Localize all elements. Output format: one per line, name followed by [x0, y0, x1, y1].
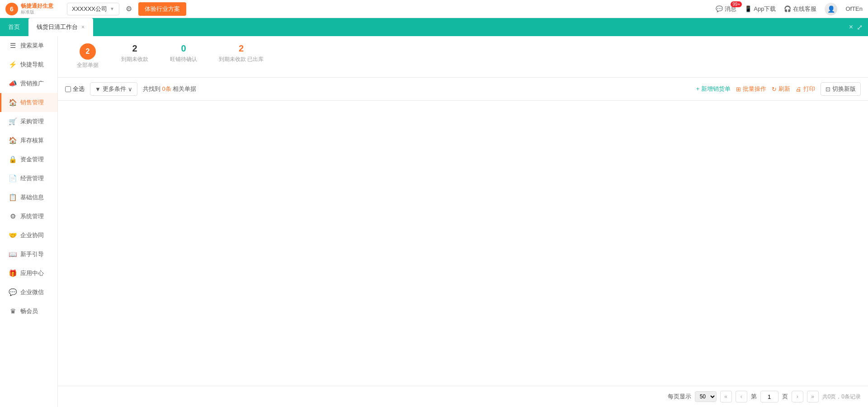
sidebar-item-beginner[interactable]: 📖 新手引导: [0, 245, 57, 264]
message-icon: 💬: [716, 5, 723, 12]
toolbar-right: + 新增销货单 ⊞ 批量操作 ↻ 刷新 🖨 打印 ⊡ 切换新版: [696, 82, 861, 96]
tab-workbench-label: 钱货日清工作台: [37, 23, 78, 31]
sidebar-item-quick-nav[interactable]: ⚡ 快捷导航: [0, 55, 57, 74]
sidebar-finance-label: 资金管理: [20, 155, 44, 164]
tab-home[interactable]: 首页: [0, 18, 28, 36]
stat-label-overdue: 到期未收款: [121, 56, 148, 63]
system-icon: ⚙: [9, 212, 17, 220]
tab-shrink-icon[interactable]: ×: [849, 23, 853, 31]
page-next-button[interactable]: ›: [792, 391, 803, 402]
found-prefix: 共找到: [143, 85, 160, 92]
sidebar-search-label: 搜索菜单: [20, 42, 44, 50]
logo-text: 畅捷通好生意 标准版: [21, 3, 53, 14]
refresh-icon: ↻: [772, 86, 777, 93]
print-button[interactable]: 🖨 打印: [796, 85, 815, 93]
tab-expand-icon[interactable]: ⤢: [857, 23, 863, 32]
add-sale-button[interactable]: + 新增销货单: [696, 85, 731, 93]
found-count: 0条: [162, 85, 171, 92]
sidebar-item-wechat[interactable]: 💬 企业微信: [0, 283, 57, 302]
sidebar-item-basic-info[interactable]: 📋 基础信息: [0, 188, 57, 207]
stat-num-overdue: 2: [121, 43, 148, 54]
stat-tab-wangpu[interactable]: 0 旺铺待确认: [159, 36, 208, 77]
sales-icon: 🏠: [9, 98, 17, 107]
table-area: [58, 101, 868, 386]
beginner-icon: 📖: [9, 250, 17, 258]
stats-tabs: 2 全部单据 2 到期未收款 0 旺铺待确认 2 到期未收款 已出库: [58, 36, 868, 78]
tab-nav: 首页 钱货日清工作台 × × ⤢: [0, 18, 868, 36]
sidebar-item-system[interactable]: ⚙ 系统管理: [0, 207, 57, 226]
page-input[interactable]: [760, 391, 778, 402]
sidebar-item-sales[interactable]: 🏠 销售管理: [0, 93, 57, 112]
stat-tab-overdue-unpaid[interactable]: 2 到期未收款: [110, 36, 159, 77]
refresh-label: 刷新: [778, 85, 790, 93]
filter-button[interactable]: ▼ 更多条件 ∨: [90, 82, 137, 96]
marketing-icon: 📣: [9, 80, 17, 88]
sidebar-item-enterprise[interactable]: 🤝 企业协同: [0, 226, 57, 245]
stat-num-wangpu: 0: [170, 43, 197, 54]
tab-workbench[interactable]: 钱货日清工作台 ×: [28, 18, 93, 36]
online-service-label: 在线客服: [793, 5, 816, 13]
enterprise-icon: 🤝: [9, 231, 17, 239]
main-layout: ☰ 搜索菜单 ⚡ 快捷导航 📣 营销推广 🏠 销售管理 🛒 采购管理 🏠 库存核…: [0, 36, 868, 407]
sidebar-inventory-label: 库存核算: [20, 136, 44, 145]
toolbar: 全选 ▼ 更多条件 ∨ 共找到 0条 相关单据 + 新增销货单 ⊞ 批量操作 ↻: [58, 78, 868, 101]
page-label: 第: [751, 393, 757, 401]
per-page-select[interactable]: 50: [695, 391, 717, 402]
sidebar-quick-nav-label: 快捷导航: [20, 61, 44, 69]
stat-tab-overdue-unshipped[interactable]: 2 到期未收款 已出库: [208, 36, 274, 77]
tab-close-button[interactable]: ×: [81, 24, 85, 30]
sidebar-item-finance[interactable]: 🔒 资金管理: [0, 150, 57, 169]
stat-num-all: 2: [80, 43, 96, 60]
finance-icon: 🔒: [9, 155, 17, 164]
messages-nav[interactable]: 💬 消息 99+: [716, 5, 736, 13]
trial-button[interactable]: 体验行业方案: [138, 2, 186, 16]
content-area: 2 全部单据 2 到期未收款 0 旺铺待确认 2 到期未收款 已出库 全选: [58, 36, 868, 407]
refresh-button[interactable]: ↻ 刷新: [772, 85, 790, 93]
sidebar-item-search-menu[interactable]: ☰ 搜索菜单: [0, 36, 57, 55]
online-service-nav[interactable]: 🎧 在线客服: [784, 5, 816, 13]
stat-tab-all[interactable]: 2 全部单据: [65, 36, 110, 77]
stat-label-all: 全部单据: [76, 61, 99, 69]
sidebar-basic-info-label: 基础信息: [20, 193, 44, 201]
username-display[interactable]: OfTEn: [845, 5, 863, 12]
search-menu-icon: ☰: [9, 42, 17, 50]
messages-badge: 99+: [731, 1, 742, 7]
avatar[interactable]: 👤: [825, 3, 837, 15]
page-first-button[interactable]: «: [720, 391, 732, 402]
select-all-label: 全选: [73, 85, 85, 93]
print-icon: 🖨: [796, 86, 802, 93]
filter-arrow-icon: ∨: [128, 86, 132, 93]
username-text: OfTEn: [845, 5, 863, 12]
page-last-button[interactable]: »: [807, 391, 819, 402]
tab-home-label: 首页: [8, 23, 20, 31]
page-prev-button[interactable]: ‹: [736, 391, 747, 402]
select-all-input[interactable]: [65, 86, 71, 92]
sidebar-beginner-label: 新手引导: [20, 250, 44, 258]
company-selector[interactable]: XXXXXX公司 ▼: [67, 3, 119, 15]
sidebar: ☰ 搜索菜单 ⚡ 快捷导航 📣 营销推广 🏠 销售管理 🛒 采购管理 🏠 库存核…: [0, 36, 58, 407]
batch-button[interactable]: ⊞ 批量操作: [736, 85, 766, 93]
stat-label-unshipped: 到期未收款 已出库: [219, 56, 264, 63]
settings-button[interactable]: ⚙: [124, 3, 134, 15]
inventory-icon: 🏠: [9, 136, 17, 145]
avatar-placeholder: 👤: [825, 3, 837, 15]
operations-icon: 📄: [9, 174, 17, 182]
switch-version-button[interactable]: ⊡ 切换新版: [821, 82, 861, 96]
wechat-icon: 💬: [9, 288, 17, 296]
sidebar-item-purchase[interactable]: 🛒 采购管理: [0, 112, 57, 131]
switch-icon: ⊡: [826, 86, 830, 93]
sidebar-item-inventory[interactable]: 🏠 库存核算: [0, 131, 57, 150]
sidebar-app-center-label: 应用中心: [20, 269, 44, 277]
sidebar-marketing-label: 营销推广: [20, 80, 44, 88]
print-label: 打印: [803, 85, 815, 93]
select-all-checkbox[interactable]: 全选: [65, 85, 85, 93]
app-download-nav[interactable]: 📱 App下载: [745, 5, 776, 13]
sidebar-item-app-center[interactable]: 🎁 应用中心: [0, 264, 57, 283]
sidebar-item-operations[interactable]: 📄 经营管理: [0, 169, 57, 188]
total-text: 共0页，0条记录: [822, 393, 861, 401]
sidebar-item-member[interactable]: ♛ 畅会员: [0, 302, 57, 321]
sidebar-item-marketing[interactable]: 📣 营销推广: [0, 74, 57, 93]
found-text: 共找到 0条 相关单据: [143, 85, 196, 93]
sidebar-sales-label: 销售管理: [20, 98, 44, 107]
page-suffix: 页: [782, 393, 788, 401]
